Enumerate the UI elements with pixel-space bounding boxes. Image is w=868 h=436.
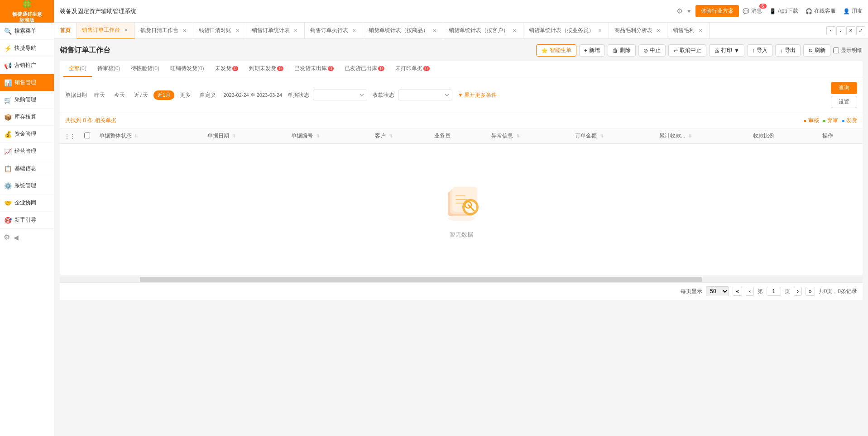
filter-tab-all[interactable]: 全部(0) <box>63 61 92 77</box>
sidebar-item-inventory[interactable]: 📦库存核算 <box>0 109 54 126</box>
th-collected[interactable]: 累计收款... ⇅ <box>655 128 749 144</box>
page-size-select[interactable]: 50 10 20 100 <box>706 286 729 296</box>
filter-tab-shipped-out[interactable]: 已发货已出库0 <box>339 61 390 77</box>
sidebar-item-enterprise[interactable]: 🤝企业协同 <box>0 194 54 212</box>
user-item[interactable]: 👤 用友 <box>843 7 863 15</box>
new-button[interactable]: + 新增 <box>579 44 605 57</box>
tab-sales-execute[interactable]: 销售订单执行表✕ <box>305 23 363 39</box>
solution-button[interactable]: 体验行业方案 <box>695 5 739 17</box>
expand-button[interactable]: ▼ 展开更多条件 <box>458 91 497 99</box>
th-status[interactable]: 单据整体状态 ⇅ <box>95 128 203 144</box>
date-chip-自定义[interactable]: 自定义 <box>196 90 220 100</box>
show-detail-checkbox[interactable] <box>833 47 839 53</box>
horizontal-scrollbar[interactable] <box>60 277 863 282</box>
date-chip-近1月[interactable]: 近1月 <box>153 90 175 100</box>
date-chip-更多[interactable]: 更多 <box>176 90 194 100</box>
date-chip-近7天[interactable]: 近7天 <box>130 90 152 100</box>
stop-button[interactable]: ⊘ 中止 <box>638 44 666 57</box>
tab-close-all-button[interactable]: ✕ <box>846 26 855 35</box>
select-all-checkbox[interactable] <box>84 133 90 138</box>
th-amount[interactable]: 订单金额 ⇅ <box>571 128 654 144</box>
tab-sales-workbench[interactable]: 销售订单工作台✕ <box>77 23 135 39</box>
th-ratio[interactable]: 收款比例 <box>748 128 818 144</box>
sidebar-item-system[interactable]: ⚙️系统管理 <box>0 177 54 194</box>
tab-sales-harvest[interactable]: 销售毛利✕ <box>667 23 710 39</box>
prev-page-button[interactable]: ‹ <box>746 287 754 296</box>
cancel-review-action-button[interactable]: ● 弃审 <box>823 117 838 124</box>
export-button[interactable]: ↓ 导出 <box>775 44 801 57</box>
tab-close-sales-summary-staff[interactable]: ✕ <box>597 28 603 33</box>
next-page-button[interactable]: › <box>794 287 802 296</box>
settings-gear-icon[interactable]: ⚙ <box>676 7 683 15</box>
th-exception[interactable]: 异常信息 ⇅ <box>487 128 571 144</box>
page-number-input[interactable] <box>767 287 781 296</box>
payment-select[interactable] <box>398 90 452 100</box>
query-button[interactable]: 查询 <box>831 82 857 94</box>
review-action-button[interactable]: ● 审核 <box>803 117 819 124</box>
status-select[interactable] <box>313 90 367 100</box>
date-chip-今天[interactable]: 今天 <box>110 90 129 100</box>
filter-tab-not-shipped[interactable]: 未发货0 <box>210 61 244 77</box>
tab-close-gross-profit[interactable]: ✕ <box>655 28 662 33</box>
filter-tab-overdue-not-shipped[interactable]: 到期未发货0 <box>244 61 289 77</box>
tab-close-sales-stats[interactable]: ✕ <box>293 28 299 33</box>
first-page-button[interactable]: « <box>733 287 742 296</box>
show-detail-checkbox-label[interactable]: 显示明细 <box>833 47 863 54</box>
sidebar-item-search[interactable]: 🔍搜索菜单 <box>0 23 54 40</box>
app-download-item[interactable]: 📱 App下载 <box>769 7 798 15</box>
chevron-down-icon[interactable]: ▼ <box>686 8 692 14</box>
sidebar-item-finance[interactable]: 💰资金管理 <box>0 126 54 143</box>
tab-sales-summary-staff[interactable]: 销货单统计表（按业务员）✕ <box>523 23 609 39</box>
tab-gross-profit[interactable]: 商品毛利分析表✕ <box>609 23 667 39</box>
tab-close-sales-execute[interactable]: ✕ <box>351 28 357 33</box>
th-number[interactable]: 单据编号 ⇅ <box>287 128 370 144</box>
collapse-icon[interactable]: ◀ <box>14 234 19 241</box>
tab-close-cash-daily[interactable]: ✕ <box>181 28 187 33</box>
ship-action-button[interactable]: ● 发货 <box>842 117 857 124</box>
sidebar-item-base-info[interactable]: 📋基础信息 <box>0 160 54 177</box>
filter-tab-wangpu-pending[interactable]: 旺铺待发货(0) <box>165 61 210 77</box>
tab-sales-summary-customer[interactable]: 销货单统计表（按客户）✕ <box>443 23 523 39</box>
tab-sales-stats[interactable]: 销售订单统计表✕ <box>246 23 305 39</box>
tab-close-cash-reconcile[interactable]: ✕ <box>234 28 240 33</box>
sidebar-logo: 🍀 畅捷通好生意标准版 <box>0 0 54 23</box>
tab-cash-daily[interactable]: 钱货日清工作台✕ <box>135 23 193 39</box>
th-staff[interactable]: 业务员 <box>430 128 487 144</box>
tab-prev-button[interactable]: ‹ <box>826 26 835 35</box>
tab-close-sales-workbench[interactable]: ✕ <box>123 27 129 33</box>
last-page-button[interactable]: » <box>806 287 815 296</box>
import-button[interactable]: ↑ 导入 <box>747 44 772 57</box>
sidebar-item-sales[interactable]: 📊销售管理 <box>0 74 54 91</box>
tab-close-sales-harvest[interactable]: ✕ <box>697 28 704 33</box>
print-button[interactable]: 🖨 打印 ▼ <box>709 44 744 57</box>
set-button[interactable]: 设置 <box>831 96 857 108</box>
tab-sales-summary-product[interactable]: 销货单统计表（按商品）✕ <box>363 23 443 39</box>
th-customer[interactable]: 客户 ⇅ <box>370 128 430 144</box>
filter-tab-pending-goods[interactable]: 待拣验货(0) <box>125 61 165 77</box>
th-checkbox[interactable] <box>80 128 95 144</box>
tab-next-button[interactable]: › <box>836 26 845 35</box>
filter-tab-not-printed[interactable]: 未打印单据0 <box>390 61 435 77</box>
sidebar-item-marketing[interactable]: 📢营销推广 <box>0 57 54 74</box>
cancel-stop-button[interactable]: ↩ 取消中止 <box>668 44 706 57</box>
refresh-button[interactable]: ↻ 刷新 <box>803 44 830 57</box>
date-chip-昨天[interactable]: 昨天 <box>91 90 109 100</box>
sidebar-item-purchase[interactable]: 🛒采购管理 <box>0 91 54 109</box>
tab-close-sales-summary-product[interactable]: ✕ <box>431 28 437 33</box>
filter-tab-shipped-not-out[interactable]: 已发货未出库0 <box>289 61 340 77</box>
sidebar-item-guide[interactable]: 🎯新手引导 <box>0 212 54 229</box>
settings-icon[interactable]: ⚙ <box>4 233 10 242</box>
th-date[interactable]: 单据日期 ⇅ <box>203 128 287 144</box>
sidebar-item-operations[interactable]: 📈经营管理 <box>0 143 54 160</box>
smart-create-button[interactable]: ⭐ 智能生单 <box>536 44 576 57</box>
online-service-item[interactable]: 🎧 在线客服 <box>806 7 836 15</box>
sort-icon-customer: ⇅ <box>389 133 393 138</box>
tab-expand-button[interactable]: ⤢ <box>856 26 865 35</box>
message-icon-item[interactable]: 💬 消息 6 <box>743 7 762 15</box>
tab-home[interactable]: 首页 <box>54 23 77 39</box>
filter-tab-pending-review[interactable]: 待审核(0) <box>92 61 126 77</box>
sidebar-item-quick-nav[interactable]: ⚡快捷导航 <box>0 40 54 57</box>
tab-close-sales-summary-customer[interactable]: ✕ <box>511 28 518 33</box>
delete-button[interactable]: 🗑 删除 <box>608 44 636 57</box>
tab-cash-reconcile[interactable]: 钱货日清对账✕ <box>193 23 246 39</box>
